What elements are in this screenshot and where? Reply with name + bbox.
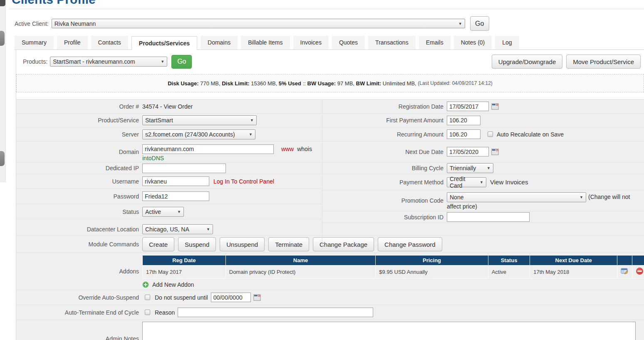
- auto-terminate-checkbox[interactable]: [145, 310, 150, 315]
- view-order-link[interactable]: View Order: [163, 103, 193, 110]
- active-client-go-button[interactable]: Go: [470, 16, 489, 31]
- next-due-date-row: Next Due Date: [322, 141, 644, 162]
- disk-limit-value: 15360 MB,: [250, 80, 279, 87]
- datacenter-location-label: Datacenter Location: [16, 226, 142, 233]
- products-go-button[interactable]: Go: [171, 55, 192, 69]
- payment-method-select[interactable]: Credit Card ▼: [447, 177, 486, 187]
- domain-input[interactable]: [142, 144, 274, 154]
- status-label: Status: [16, 208, 142, 215]
- registration-date-input[interactable]: [447, 102, 489, 111]
- registration-date-label: Registration Date: [322, 103, 447, 110]
- status-select[interactable]: Active ▼: [142, 207, 184, 217]
- tab-billable-items[interactable]: Billable Items: [241, 36, 290, 50]
- tab-products-services[interactable]: Products/Services: [131, 36, 197, 50]
- form-right-column: Registration Date: [322, 99, 644, 223]
- whois-link[interactable]: whois: [297, 146, 312, 152]
- login-control-panel-link[interactable]: Log In To Control Panel: [213, 178, 274, 185]
- tab-domains[interactable]: Domains: [201, 36, 238, 50]
- tab-transactions[interactable]: Transactions: [368, 36, 416, 50]
- module-create-button[interactable]: Create: [142, 237, 174, 251]
- addons-header-row: Reg Date Name Pricing Status Next Due Da…: [143, 256, 644, 265]
- left-edge-artifact: [0, 0, 5, 6]
- auto-terminate-reason-input[interactable]: [178, 308, 373, 317]
- subscription-id-input[interactable]: [447, 212, 530, 222]
- module-commands-label: Module Commands: [16, 241, 142, 248]
- addon-pricing: $9.95 USD Annually: [376, 266, 488, 278]
- do-not-suspend-date-input[interactable]: [211, 293, 251, 302]
- password-input[interactable]: [142, 191, 209, 201]
- admin-notes-textarea[interactable]: [142, 322, 636, 340]
- promotion-code-row: Promotion Code None ▼ (Change will not a…: [322, 190, 644, 211]
- module-unsuspend-button[interactable]: Unsuspend: [220, 237, 265, 251]
- addon-next-due-date: 17th May 2018: [530, 266, 617, 278]
- delete-addon-icon[interactable]: [636, 268, 643, 275]
- module-commands-row: Module Commands Create Suspend Unsuspend…: [16, 236, 644, 253]
- active-client-value: Rivka Neumann: [54, 20, 96, 27]
- payment-method-label: Payment Method: [322, 179, 447, 186]
- product-service-select[interactable]: StartSmart ▼: [142, 115, 257, 125]
- password-label: Password: [16, 193, 142, 200]
- disk-limit-label: Disk Limit:: [222, 80, 249, 87]
- first-payment-amount-input[interactable]: [447, 116, 481, 125]
- username-input[interactable]: [142, 176, 209, 186]
- add-new-addon-button[interactable]: Add New Addon: [142, 281, 644, 288]
- active-client-label: Active Client:: [15, 20, 49, 27]
- tab-quotes[interactable]: Quotes: [332, 36, 365, 50]
- column-divider: [322, 99, 322, 248]
- first-payment-amount-label: First Payment Amount: [322, 117, 447, 124]
- module-suspend-button[interactable]: Suspend: [178, 237, 216, 251]
- title-divider: [9, 9, 644, 9]
- admin-notes-label: Admin Notes: [16, 335, 142, 340]
- tab-invoices[interactable]: Invoices: [293, 36, 329, 50]
- domain-row: Domain www whois intoDNS: [16, 141, 322, 162]
- datacenter-location-value: Chicago, US, NA: [145, 226, 189, 233]
- percent-used: 5% Used: [279, 80, 301, 87]
- intodns-link[interactable]: intoDNS: [142, 155, 164, 161]
- page: Clients Profile Active Client: Rivka Neu…: [6, 0, 644, 340]
- active-client-row: Active Client: Rivka Neumann ▼ Go: [15, 16, 644, 31]
- billing-cycle-select[interactable]: Triennially ▼: [447, 163, 493, 173]
- tab-contacts[interactable]: Contacts: [91, 36, 128, 50]
- view-invoices-link[interactable]: View Invoices: [490, 179, 528, 186]
- edit-addon-icon[interactable]: [621, 268, 629, 275]
- active-client-select[interactable]: Rivka Neumann ▼: [52, 19, 465, 28]
- addon-delete-cell: [632, 266, 644, 278]
- tab-emails[interactable]: Emails: [419, 36, 451, 50]
- chevron-down-icon: ▼: [250, 118, 254, 122]
- module-change-password-button[interactable]: Change Password: [378, 237, 442, 251]
- chevron-down-icon: ▼: [206, 227, 210, 231]
- reason-label: Reason: [155, 309, 175, 316]
- tab-log[interactable]: Log: [495, 36, 519, 50]
- datacenter-location-select[interactable]: Chicago, US, NA ▼: [142, 224, 213, 234]
- override-auto-suspend-row: Override Auto-Suspend Do not suspend unt…: [16, 290, 644, 305]
- calendar-icon[interactable]: [491, 103, 499, 110]
- tab-profile[interactable]: Profile: [57, 36, 88, 50]
- override-auto-suspend-checkbox[interactable]: [145, 295, 150, 300]
- www-link[interactable]: www: [281, 146, 294, 152]
- auto-recalculate-checkbox[interactable]: [488, 132, 493, 137]
- dedicated-ip-input[interactable]: [142, 164, 226, 173]
- addons-row: Addons Reg Date Name Pricing Status Next…: [16, 253, 644, 290]
- tab-notes[interactable]: Notes (0): [454, 36, 492, 50]
- upgrade-downgrade-button[interactable]: Upgrade/Downgrade: [492, 55, 562, 69]
- calendar-icon[interactable]: [491, 148, 499, 155]
- calendar-icon[interactable]: [253, 294, 261, 301]
- module-terminate-button[interactable]: Terminate: [268, 237, 309, 251]
- move-product-service-button[interactable]: Move Product/Service: [566, 55, 641, 69]
- next-due-date-input[interactable]: [447, 147, 489, 156]
- server-row: Server s2.fcomet.com (274/300 Accounts) …: [16, 127, 322, 141]
- order-row: Order # 34574 - View Order: [16, 99, 322, 114]
- recurring-amount-row: Recurring Amount Auto Recalculate on Sav…: [322, 127, 644, 141]
- promotion-code-select[interactable]: None ▼: [447, 192, 586, 202]
- disk-usage-label: Disk Usage:: [168, 80, 198, 87]
- products-select[interactable]: StartSmart - rivkaneumann.com ▼: [50, 57, 167, 67]
- addons-header-reg-date: Reg Date: [143, 256, 225, 265]
- tab-summary[interactable]: Summary: [15, 36, 54, 50]
- dedicated-ip-row: Dedicated IP: [16, 162, 322, 174]
- username-row: Username Log In To Control Panel: [16, 174, 322, 189]
- usage-summary: Disk Usage: 770 MB, Disk Limit: 15360 MB…: [16, 74, 644, 92]
- addons-header-pricing: Pricing: [376, 256, 488, 265]
- recurring-amount-input[interactable]: [447, 129, 481, 139]
- server-select[interactable]: s2.fcomet.com (274/300 Accounts) ▼: [142, 129, 255, 139]
- subscription-id-row: Subscription ID: [322, 211, 644, 223]
